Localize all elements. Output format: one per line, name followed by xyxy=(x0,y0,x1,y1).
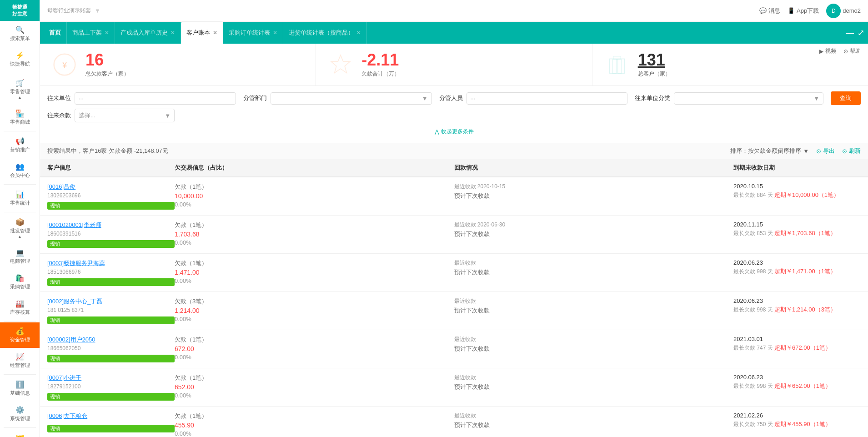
sidebar-item-system[interactable]: ⚙️ 系统管理 xyxy=(0,401,40,427)
results-summary: 搜索结果中，客户16家 欠款金额 -21,148.07元 xyxy=(47,147,168,155)
sidebar-item-batch_mgmt[interactable]: 📦 批发管理 ▲ xyxy=(0,213,40,244)
collapse-icon: ⋀ xyxy=(435,129,439,135)
sidebar-item-label-basic_info: 基础信息 xyxy=(10,390,30,397)
person-input[interactable]: ··· xyxy=(467,92,628,105)
sidebar-item-quick_nav[interactable]: ⚡ 快捷导航 xyxy=(0,46,40,72)
customer-id-name-4[interactable]: [000002]用户2050 xyxy=(47,336,175,344)
unit-class-input[interactable]: ▼ xyxy=(674,92,823,105)
tab-close-icon[interactable]: ✕ xyxy=(171,30,175,36)
sidebar-item-member[interactable]: 👥 会员中心 xyxy=(0,158,40,183)
overdue-link-2[interactable]: 超期￥1,471.00（1笔） xyxy=(774,268,836,275)
sidebar-item-operations[interactable]: 📈 经营管理 xyxy=(0,348,40,373)
sidebar-item-enterprise[interactable]: 🤝 企业协同 xyxy=(0,429,40,437)
debt-amount-3: 1,214.00 xyxy=(175,307,454,314)
operations-icon: 📈 xyxy=(15,352,25,361)
sidebar-item-retail_stat[interactable]: 📊 零售统计 xyxy=(0,186,40,211)
sidebar-item-purchase[interactable]: 🛍️ 采购管理 xyxy=(0,269,40,295)
sidebar-item-basic_info[interactable]: ℹ️ 基础信息 xyxy=(0,376,40,401)
debt-amount-5: 652.00 xyxy=(175,383,454,391)
customer-id-name-0[interactable]: [0016]吕俊 xyxy=(47,183,175,191)
unit-class-label: 往来单位分类 xyxy=(635,94,670,102)
video-action[interactable]: ▶ 视频 xyxy=(819,47,836,55)
overdue-link-6[interactable]: 超期￥455.90（1笔） xyxy=(774,421,831,427)
tab-close-icon[interactable]: ✕ xyxy=(105,30,109,36)
table-column-header: 到期未收款日期 xyxy=(733,164,861,172)
table-row: [0003]畅捷服务尹海蕊 18513066976 现销 欠款（1笔） 1,47… xyxy=(40,254,868,292)
customer-tag-2: 现销 xyxy=(47,278,175,286)
overdue-link-0[interactable]: 超期￥10,000.00（1笔） xyxy=(774,191,839,198)
tab-purchase_order[interactable]: 采购订单统计表✕ xyxy=(223,22,283,44)
customer-id-name-5[interactable]: [0007]小进干 xyxy=(47,374,175,382)
overdue-link-3[interactable]: 超期￥1,214.00（3笔） xyxy=(774,306,836,313)
tab-customer_account[interactable]: 客户账本✕ xyxy=(181,22,223,44)
message-action[interactable]: 💬 消息 xyxy=(759,7,780,15)
sidebar-item-retail_mgmt[interactable]: 🛒 零售管理 ▲ xyxy=(0,74,40,105)
svg-text:¥: ¥ xyxy=(62,60,67,70)
sidebar-item-marketing[interactable]: 📢 营销推广 xyxy=(0,132,40,158)
last-collect-label-3: 最近收款 xyxy=(454,297,734,305)
customer-id-name-2[interactable]: [0003]畅捷服务尹海蕊 xyxy=(47,259,175,267)
tab-close-icon[interactable]: ✕ xyxy=(273,30,277,36)
customer-phone-2: 18513066976 xyxy=(47,269,175,275)
customer-cell-4: [000002]用户2050 18665062050 现销 xyxy=(47,336,175,362)
retail_stat-icon: 📊 xyxy=(15,190,25,199)
export-action[interactable]: ⊙ 导出 xyxy=(816,147,835,155)
sidebar-item-label-system: 系统管理 xyxy=(10,415,30,422)
maximize-icon[interactable]: ⤢ xyxy=(858,28,864,38)
customer-tag-1: 现销 xyxy=(47,240,175,248)
table-row: [0006]去下粮仓 现销 欠款（1笔） 455.90 0.00% 最近收款 预… xyxy=(40,407,868,437)
person-label: 分管人员 xyxy=(439,94,463,102)
sidebar-item-ecommerce[interactable]: 💻 电商管理 xyxy=(0,244,40,269)
next-collect-label-6: 预计下次收款 xyxy=(454,421,734,429)
overdue-cell-4: 2021.03.01 最长欠款 747 天 超期￥672.00（1笔） xyxy=(733,336,861,352)
user-profile[interactable]: D demo2 xyxy=(826,4,861,18)
help-action[interactable]: ⊙ 帮助 xyxy=(843,47,861,55)
last-collect-label-5: 最近收款 xyxy=(454,374,734,382)
minimize-icon[interactable]: — xyxy=(846,28,854,38)
tab-close-icon[interactable]: ✕ xyxy=(213,30,217,36)
sidebar-divider xyxy=(4,212,36,212)
sidebar-item-inventory[interactable]: 🏭 库存核算 xyxy=(0,295,40,320)
total_customers-info: 131 总客户（家） xyxy=(638,52,671,78)
balance-input[interactable]: 选择... ▼ xyxy=(75,109,175,122)
sidebar-item-retail_mall[interactable]: 🏪 零售商城 xyxy=(0,105,40,130)
main-content: 母婴行业演示账套 ▼ 💬 消息 📱 App下载 D demo2 首 xyxy=(40,0,868,437)
arrow-icon: ▲ xyxy=(18,95,22,100)
total_customers-value[interactable]: 131 xyxy=(638,52,671,68)
customer-id-name-6[interactable]: [0006]去下粮仓 xyxy=(47,412,175,420)
recovery-cell-3: 最近收款 预计下次收款 xyxy=(454,297,734,315)
tab-purchase_stat[interactable]: 进货单统计表（按商品）✕ xyxy=(283,22,367,44)
svg-rect-3 xyxy=(609,59,624,74)
debt-cell-1: 欠款（1笔） 1,703.68 0.00% xyxy=(175,221,454,246)
search-button[interactable]: 查询 xyxy=(831,91,861,105)
overdue-link-5[interactable]: 超期￥652.00（1笔） xyxy=(774,382,831,389)
video-label: 视频 xyxy=(825,47,836,55)
from-unit-label: 往来单位 xyxy=(47,94,71,102)
tab-product_history[interactable]: 产成品入库单历史✕ xyxy=(115,22,181,44)
app-download-action[interactable]: 📱 App下载 xyxy=(788,7,819,15)
overdue-link-4[interactable]: 超期￥672.00（1笔） xyxy=(774,344,831,351)
brand-name: 畅捷通好生意 xyxy=(12,4,27,17)
system-icon: ⚙️ xyxy=(15,406,25,414)
tab-close-icon[interactable]: ✕ xyxy=(356,30,361,36)
tabs-container: 首页商品上下架✕产成品入库单历史✕客户账本✕采购订单统计表✕进货单统计表（按商品… xyxy=(44,22,846,44)
sidebar-item-search[interactable]: 🔍 搜索菜单 xyxy=(0,21,40,46)
customer-id-name-3[interactable]: [0002]服务中心_丁磊 xyxy=(47,297,175,306)
tab-bar: 首页商品上下架✕产成品入库单历史✕客户账本✕采购订单统计表✕进货单统计表（按商品… xyxy=(40,22,868,44)
tab-product_offline[interactable]: 商品上下架✕ xyxy=(67,22,115,44)
arrow-icon: ▲ xyxy=(18,234,22,239)
customer-tag-6: 现销 xyxy=(47,425,175,432)
overdue-link-1[interactable]: 超期￥1,703.68（1笔） xyxy=(774,230,836,236)
dept-input[interactable]: ▼ xyxy=(271,92,432,105)
from-unit-input[interactable]: ··· xyxy=(75,92,236,105)
sidebar-item-capital[interactable]: 💰 资金管理 xyxy=(0,322,40,348)
collapse-button[interactable]: ⋀ 收起更多条件 xyxy=(47,126,861,137)
sort-selector[interactable]: 排序：按欠款金额倒序排序 ▼ xyxy=(730,147,809,155)
sidebar-divider xyxy=(4,374,36,375)
results-bar: 搜索结果中，客户16家 欠款金额 -21,148.07元 排序：按欠款金额倒序排… xyxy=(40,143,868,159)
marketing-icon: 📢 xyxy=(15,137,25,146)
customer-phone-3: 181 0125 8371 xyxy=(47,307,175,313)
refresh-action[interactable]: ⊙ 刷新 xyxy=(842,147,861,155)
customer-id-name-1[interactable]: [0001020001]李老师 xyxy=(47,221,175,229)
tab-home[interactable]: 首页 xyxy=(44,22,67,44)
